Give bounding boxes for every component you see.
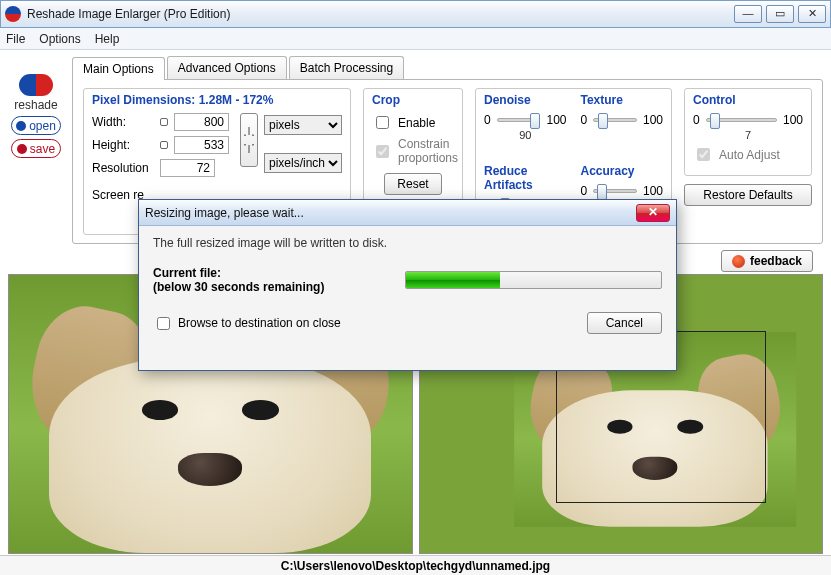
texture-block: Texture 0 100 [581, 95, 664, 158]
status-path: C:\Users\lenovo\Desktop\techgyd\unnamed.… [281, 559, 550, 573]
denoise-slider[interactable] [497, 118, 541, 122]
crop-enable-label: Enable [398, 116, 435, 130]
maximize-button[interactable]: ▭ [766, 5, 794, 23]
crop-enable-checkbox[interactable] [376, 116, 389, 129]
crop-constrain-label: Constrain proportions [398, 137, 458, 165]
dialog-title: Resizing image, please wait... [145, 206, 636, 220]
side-toolbar: reshade open save [8, 56, 64, 274]
dialog-titlebar: Resizing image, please wait... ✕ [139, 200, 676, 226]
screen-res-label: Screen re [92, 188, 144, 202]
link-dimensions-toggle[interactable] [240, 113, 258, 167]
resolution-input[interactable] [160, 159, 215, 177]
window-title: Reshade Image Enlarger (Pro Edition) [27, 7, 730, 21]
texture-min: 0 [581, 113, 588, 127]
width-label: Width: [92, 115, 154, 129]
control-slider[interactable] [706, 118, 777, 122]
open-button[interactable]: open [11, 116, 61, 135]
accuracy-label: Accuracy [581, 164, 664, 178]
resolution-unit-select[interactable]: pixels/inch [264, 153, 342, 173]
menu-help[interactable]: Help [95, 32, 120, 46]
menubar: File Options Help [0, 28, 831, 50]
menu-options[interactable]: Options [39, 32, 80, 46]
denoise-min: 0 [484, 113, 491, 127]
crop-reset-button[interactable]: Reset [384, 173, 441, 195]
dialog-current-file: Current file: (below 30 seconds remainin… [153, 266, 383, 294]
minimize-button[interactable]: — [734, 5, 762, 23]
open-label: open [29, 119, 56, 133]
ladybug-icon [732, 255, 745, 268]
auto-adjust-checkbox [697, 148, 710, 161]
pixel-dimensions-header: Pixel Dimensions: 1.28M - 172% [92, 93, 342, 107]
auto-adjust-label: Auto Adjust [719, 148, 780, 162]
browse-on-close-option[interactable]: Browse to destination on close [153, 314, 341, 333]
denoise-block: Denoise 0 100 90 [484, 95, 567, 158]
save-label: save [30, 142, 55, 156]
control-header: Control [693, 93, 803, 107]
size-unit-select[interactable]: pixels [264, 115, 342, 135]
window-titlebar: Reshade Image Enlarger (Pro Edition) — ▭… [0, 0, 831, 28]
dialog-close-button[interactable]: ✕ [636, 204, 670, 222]
tab-strip: Main Options Advanced Options Batch Proc… [72, 56, 823, 79]
control-max: 100 [783, 113, 803, 127]
feedback-button[interactable]: feedback [721, 250, 813, 272]
progress-dialog: Resizing image, please wait... ✕ The ful… [138, 199, 677, 371]
height-label: Height: [92, 138, 154, 152]
accuracy-slider[interactable] [593, 189, 637, 193]
height-input[interactable] [174, 136, 229, 154]
browse-on-close-checkbox[interactable] [157, 317, 170, 330]
control-min: 0 [693, 113, 700, 127]
reshade-icon [19, 74, 53, 96]
control-column: Control 0 100 7 Auto Adjust Restore Defa… [684, 88, 812, 235]
dialog-message: The full resized image will be written t… [153, 236, 662, 250]
resolution-label: Resolution [92, 161, 154, 175]
accuracy-min: 0 [581, 184, 588, 198]
brand-label: reshade [14, 98, 57, 112]
progress-bar [405, 271, 662, 289]
width-input[interactable] [174, 113, 229, 131]
reduce-artifacts-label: Reduce Artifacts [484, 164, 567, 192]
height-link-icon [160, 141, 168, 149]
feedback-label: feedback [750, 254, 802, 268]
open-icon [16, 121, 26, 131]
browse-on-close-label: Browse to destination on close [178, 316, 341, 330]
tab-batch-processing[interactable]: Batch Processing [289, 56, 404, 79]
texture-label: Texture [581, 93, 664, 107]
width-link-icon [160, 118, 168, 126]
brand-logo: reshade [14, 74, 57, 112]
close-button[interactable]: ✕ [798, 5, 826, 23]
tab-advanced-options[interactable]: Advanced Options [167, 56, 287, 79]
status-bar: C:\Users\lenovo\Desktop\techgyd\unnamed.… [0, 555, 831, 575]
tab-main-options[interactable]: Main Options [72, 57, 165, 80]
texture-slider[interactable] [593, 118, 637, 122]
dialog-time-remaining: (below 30 seconds remaining) [153, 280, 383, 294]
crop-header: Crop [372, 93, 454, 107]
accuracy-max: 100 [643, 184, 663, 198]
texture-max: 100 [643, 113, 663, 127]
cancel-button[interactable]: Cancel [587, 312, 662, 334]
crop-constrain-checkbox [376, 145, 389, 158]
save-button[interactable]: save [11, 139, 61, 158]
menu-file[interactable]: File [6, 32, 25, 46]
progress-fill [406, 272, 500, 288]
save-icon [17, 144, 27, 154]
denoise-label: Denoise [484, 93, 567, 107]
app-icon [5, 6, 21, 22]
restore-defaults-button[interactable]: Restore Defaults [684, 184, 812, 206]
denoise-max: 100 [546, 113, 566, 127]
denoise-value: 90 [484, 129, 567, 141]
dialog-current-file-label: Current file: [153, 266, 383, 280]
control-group: Control 0 100 7 Auto Adjust [684, 88, 812, 176]
control-value: 7 [693, 129, 803, 141]
